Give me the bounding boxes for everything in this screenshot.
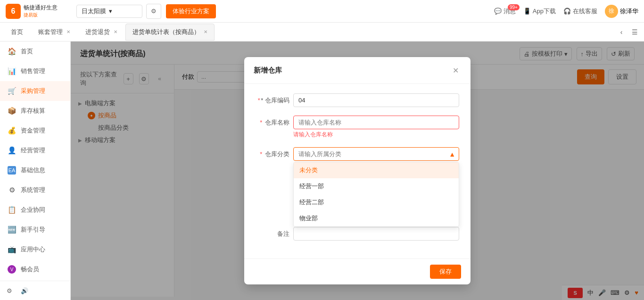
content-area: 进货单统计(按商品) 🖨 按模板打印 ▾ ↑ 导出 ↺ 刷新 — [71, 42, 644, 300]
tab-purchase-return[interactable]: 进货退货 ✕ — [78, 24, 124, 41]
logo-icon: 6 — [6, 4, 21, 19]
sidebar-home-label: 首页 — [21, 47, 33, 56]
purchase-icon: 🛒 — [8, 87, 16, 95]
modal-close-button[interactable]: ✕ — [450, 65, 461, 76]
tab-accounts-close[interactable]: ✕ — [66, 29, 70, 34]
settings-button[interactable]: ⚙ — [146, 4, 161, 19]
tab-bar: 首页 账套管理 ✕ 进货退货 ✕ 进货单统计表（按商品） ✕ ‹ ☰ — [0, 23, 644, 42]
sidebar-appcenter-label: 应用中心 — [21, 245, 45, 254]
basic-icon: EA — [8, 166, 16, 175]
sidebar-item-home[interactable]: 🏠 首页 — [0, 42, 70, 61]
chevron-up-icon[interactable]: ▲ — [449, 150, 455, 158]
tab-purchase-stats-close[interactable]: ✕ — [204, 29, 207, 34]
warehouse-note-row: 备注 — [256, 227, 459, 241]
sidebar-operation-label: 经营管理 — [21, 146, 45, 155]
dropdown-item-dept2[interactable]: 经营二部 — [294, 194, 459, 210]
app-icon: 📱 — [523, 8, 531, 15]
warehouse-name-label: * 仓库名称 — [256, 116, 293, 127]
sidebar-inventory-label: 库存核算 — [21, 107, 45, 115]
warehouse-note-label: 备注 — [256, 227, 293, 238]
finance-icon: 💰 — [8, 126, 16, 135]
sales-icon: 📊 — [8, 67, 16, 75]
sidebar-item-purchase[interactable]: 🛒 采购管理 — [0, 81, 70, 101]
guide-icon: 🆕 — [8, 225, 16, 234]
warehouse-code-input[interactable] — [293, 93, 459, 107]
member-icon: V — [8, 265, 16, 274]
modal-footer: 保存 — [244, 258, 471, 284]
sidebar-item-inventory[interactable]: 📦 库存核算 — [0, 101, 70, 121]
close-icon: ✕ — [453, 66, 459, 75]
warehouse-category-row: * 仓库分类 ▲ 未分类 — [256, 147, 459, 161]
dropdown-item-dept1[interactable]: 经营一部 — [294, 178, 459, 194]
save-button[interactable]: 保存 — [430, 265, 461, 279]
modal-header: 新增仓库 ✕ — [244, 57, 471, 84]
store-name: 日太阳膜 — [82, 7, 106, 16]
user-menu[interactable]: 徐 徐泽华 — [605, 5, 638, 18]
tab-purchase-return-close[interactable]: ✕ — [114, 29, 117, 34]
top-header: 6 畅捷通好生意 捷易版 日太阳膜 ▾ ⚙ 体验行业方案 💬 消息 99+ 📱 … — [0, 0, 644, 23]
sidebar-finance-label: 资金管理 — [21, 126, 45, 135]
logo-text: 畅捷通好生意 捷易版 — [24, 4, 58, 18]
sidebar-item-finance[interactable]: 💰 资金管理 — [0, 121, 70, 141]
dropdown-item-uncategorized[interactable]: 未分类 — [294, 162, 459, 178]
tab-home[interactable]: 首页 — [4, 24, 30, 41]
sidebar-system-label: 系统管理 — [21, 186, 45, 194]
logo-area: 6 畅捷通好生意 捷易版 — [6, 4, 76, 19]
warehouse-name-input[interactable] — [293, 116, 459, 129]
sidebar-volume-icon[interactable]: 🔊 — [19, 285, 30, 296]
sidebar-item-guide[interactable]: 🆕 新手引导 — [0, 220, 70, 240]
tab-purchase-stats[interactable]: 进货单统计表（按商品） ✕ — [125, 24, 215, 41]
sidebar-bottom: ⚙ 🔊 — [0, 281, 70, 300]
modal-body: * * 仓库编码 * 仓库名称 — [244, 84, 471, 258]
sidebar-item-sales[interactable]: 📊 销售管理 — [0, 61, 70, 81]
warehouse-code-row: * * 仓库编码 — [256, 93, 459, 107]
category-dropdown: 未分类 经营一部 经营二部 物业部 — [293, 162, 459, 227]
headphone-icon: 🎧 — [563, 8, 571, 15]
message-button[interactable]: 💬 消息 99+ — [494, 7, 516, 16]
sidebar-item-system[interactable]: ⚙ 系统管理 — [0, 180, 70, 200]
tab-prev-button[interactable]: ‹ — [616, 26, 627, 38]
warehouse-name-row: * 仓库名称 请输入仓库名称 — [256, 116, 459, 139]
sidebar: 🏠 首页 📊 销售管理 🛒 采购管理 📦 库存核算 💰 资金管理 👤 经营管理 … — [0, 42, 71, 300]
appcenter-icon: 📺 — [8, 245, 16, 254]
sidebar-item-appcenter[interactable]: 📺 应用中心 — [0, 240, 70, 259]
warehouse-category-label: * 仓库分类 — [256, 147, 293, 158]
header-right: 💬 消息 99+ 📱 App下载 🎧 在线客服 徐 徐泽华 — [494, 5, 638, 18]
online-service-button[interactable]: 🎧 在线客服 — [563, 7, 597, 16]
warehouse-name-field: 请输入仓库名称 — [293, 116, 459, 139]
app-download-button[interactable]: 📱 App下载 — [523, 7, 556, 16]
tab-more-button[interactable]: ☰ — [629, 26, 640, 38]
enterprise-icon: 📋 — [8, 206, 16, 214]
tab-home-label: 首页 — [11, 28, 23, 36]
warehouse-name-error: 请输入仓库名称 — [293, 131, 459, 139]
sidebar-item-operation[interactable]: 👤 经营管理 — [0, 141, 70, 160]
message-badge: 99+ — [508, 4, 520, 10]
avatar: 徐 — [605, 5, 618, 18]
sidebar-item-enterprise[interactable]: 📋 企业协同 — [0, 200, 70, 220]
warehouse-code-field — [293, 93, 459, 107]
sidebar-enterprise-label: 企业协同 — [21, 206, 45, 214]
username: 徐泽华 — [620, 7, 638, 16]
tab-accounts[interactable]: 账套管理 ✕ — [31, 24, 77, 41]
experience-button[interactable]: 体验行业方案 — [166, 4, 216, 18]
store-selector[interactable]: 日太阳膜 ▾ — [76, 5, 142, 18]
tab-purchase-stats-label: 进货单统计表（按商品） — [132, 28, 200, 36]
add-warehouse-modal: 新增仓库 ✕ * * 仓库编码 — [244, 57, 471, 284]
dropdown-item-property[interactable]: 物业部 — [294, 210, 459, 226]
warehouse-note-input[interactable] — [293, 227, 459, 241]
sidebar-settings-icon[interactable]: ⚙ — [4, 285, 15, 296]
message-icon: 💬 — [494, 8, 502, 15]
sidebar-sales-label: 销售管理 — [21, 67, 45, 75]
warehouse-category-field: ▲ 未分类 经营一部 经营二部 — [293, 147, 459, 161]
required-star2: * — [260, 119, 262, 126]
sidebar-item-basic[interactable]: EA 基础信息 — [0, 160, 70, 180]
chevron-down-icon: ▾ — [109, 8, 112, 15]
required-star: * — [258, 97, 260, 104]
operation-icon: 👤 — [8, 146, 16, 155]
sidebar-basic-label: 基础信息 — [21, 166, 45, 175]
sidebar-item-member[interactable]: V 畅会员 — [0, 259, 70, 279]
sidebar-member-label: 畅会员 — [21, 265, 39, 274]
warehouse-category-input[interactable] — [293, 147, 459, 161]
main-layout: 🏠 首页 📊 销售管理 🛒 采购管理 📦 库存核算 💰 资金管理 👤 经营管理 … — [0, 42, 644, 300]
tab-purchase-return-label: 进货退货 — [85, 28, 110, 36]
